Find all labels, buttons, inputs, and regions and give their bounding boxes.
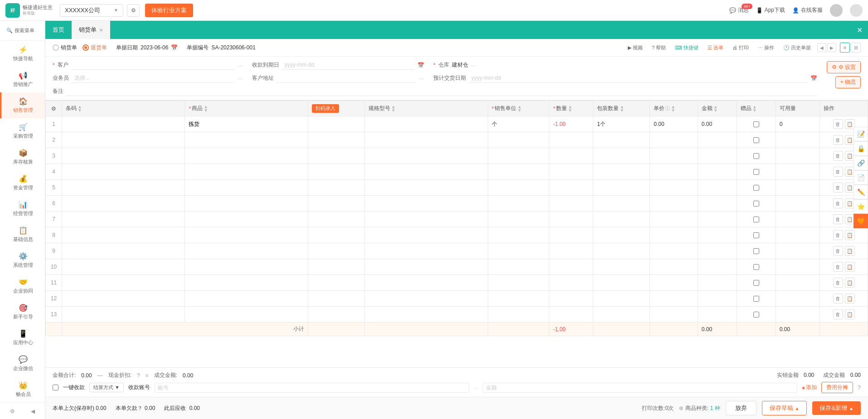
row-spec-cell[interactable] [365,307,488,323]
app-download-btn[interactable]: 📱 App下载 [756,6,785,14]
sidebar-settings-icon[interactable]: ⚙ [10,408,15,414]
row-qty-cell[interactable] [549,132,593,148]
row-barcode-cell[interactable] [62,212,185,227]
avatar[interactable] [830,4,843,17]
sidebar-item-newbie[interactable]: 🎯 新手引导 [0,299,45,325]
row-qty-cell[interactable] [549,307,593,323]
calendar-icon[interactable]: 📅 [171,44,178,51]
tab-close-icon[interactable]: ✕ [99,28,103,33]
sidebar-item-sales[interactable]: 🏠 销售管理 [0,92,45,118]
row-pkg-qty-cell[interactable] [593,196,650,212]
row-unit-price-cell[interactable] [650,243,698,259]
row-barcode-cell[interactable] [62,164,185,180]
row-qty-cell[interactable] [549,243,593,259]
row-amount-cell[interactable] [698,132,737,148]
row-unit-price-cell[interactable] [650,148,698,164]
search-menu-btn[interactable]: 🔍 搜索菜单 [4,24,41,37]
row-unit-price-cell[interactable] [650,291,698,307]
dots-account[interactable]: ··· [474,385,478,391]
row-amount-cell[interactable] [698,243,737,259]
row-delete-btn[interactable]: 🗑 [833,151,843,161]
row-unit-price-cell[interactable] [650,164,698,180]
customer-input[interactable] [71,60,235,70]
row-pkg-qty-cell[interactable] [593,307,650,323]
row-product-cell[interactable] [185,132,308,148]
row-barcode-cell[interactable] [62,259,185,275]
row-amount-cell[interactable] [698,227,737,243]
row-spec-cell[interactable] [365,227,488,243]
row-barcode-cell[interactable] [62,148,185,164]
row-unit-cell[interactable] [488,307,549,323]
row-gift-cell[interactable] [737,148,776,164]
sidebar-collapse-icon[interactable]: ◀ [31,408,35,414]
view-grid-btn[interactable]: ⊞ [851,43,861,53]
online-service-btn[interactable]: 👤 在线客服 [792,6,823,14]
row-pkg-qty-cell[interactable] [593,164,650,180]
settlement-method-select[interactable]: 结算方式 ▼ [89,383,124,392]
row-copy-btn[interactable]: 📋 [845,230,855,240]
sidebar-item-finance[interactable]: 💰 资金管理 [0,170,45,196]
row-product-cell[interactable] [185,307,308,323]
save-new-btn[interactable]: 保存&新增 ▲ [812,401,861,415]
row-qty-cell[interactable] [549,275,593,291]
row-product-cell[interactable] [185,196,308,212]
fee-split-btn[interactable]: 费用分摊 [821,382,853,393]
row-gift-cell[interactable] [737,227,776,243]
row-gift-cell[interactable] [737,291,776,307]
row-product-cell[interactable] [185,275,308,291]
row-qty-cell[interactable] [549,291,593,307]
row-spec-cell[interactable] [365,148,488,164]
nav-prev-btn[interactable]: ◀ [817,43,826,52]
row-product-cell[interactable] [185,243,308,259]
one-click-payment-checkbox[interactable] [53,385,58,390]
operation-btn[interactable]: ⋯ 操作 [755,43,777,53]
row-unit-price-cell[interactable]: 0.00 [650,116,698,132]
row-amount-cell[interactable] [698,148,737,164]
company-selector[interactable]: XXXXXX公司 ▼ [60,4,123,17]
row-qty-cell[interactable] [549,196,593,212]
row-delete-btn[interactable]: 🗑 [833,262,843,272]
row-product-cell[interactable] [185,212,308,227]
row-product-cell[interactable] [185,148,308,164]
table-settings-icon[interactable]: ⚙ [51,106,56,112]
row-qty-cell[interactable] [549,212,593,227]
float-orange-btn[interactable]: 🧡 [853,214,868,228]
logistics-btn[interactable]: + 物流 [835,76,861,88]
row-gift-cell[interactable] [737,212,776,227]
row-pkg-qty-cell[interactable] [593,180,650,196]
row-barcode-cell[interactable] [62,243,185,259]
row-amount-cell[interactable] [698,212,737,227]
row-qty-cell[interactable] [549,259,593,275]
row-unit-cell[interactable] [488,259,549,275]
row-copy-btn[interactable]: 📋 [845,278,855,288]
customer-dots-btn[interactable]: ··· [238,62,243,69]
row-delete-btn[interactable]: 🗑 [833,135,843,145]
row-unit-cell[interactable] [488,212,549,227]
row-pkg-qty-cell[interactable] [593,291,650,307]
row-pkg-qty-cell[interactable] [593,132,650,148]
row-unit-cell[interactable] [488,148,549,164]
close-all-btn[interactable]: ✕ [857,26,863,34]
owe-question-icon[interactable]: ? [139,406,141,411]
row-product-cell[interactable] [185,116,308,132]
salesperson-input[interactable] [72,73,235,83]
row-barcode-cell[interactable] [62,291,185,307]
sidebar-item-operation[interactable]: 📊 经营管理 [0,196,45,222]
save-draft-btn[interactable]: 保存草稿 ▲ [762,401,807,415]
row-spec-cell[interactable] [365,196,488,212]
row-pkg-qty-cell[interactable] [593,212,650,227]
row-gift-cell[interactable] [737,164,776,180]
row-gift-cell[interactable] [737,180,776,196]
row-copy-btn[interactable]: 📋 [845,262,855,272]
message-btn[interactable]: 💬 消息 99+ [729,6,749,14]
row-spec-cell[interactable] [365,275,488,291]
row-delete-btn[interactable]: 🗑 [833,278,843,288]
sidebar-item-inventory[interactable]: 📦 库存核算 [0,144,45,170]
float-lock-btn[interactable]: 🔒 [853,141,868,156]
row-amount-cell[interactable] [698,259,737,275]
row-gift-cell[interactable] [737,275,776,291]
row-pkg-qty-cell[interactable]: 1个 [593,116,650,132]
settings-button[interactable]: ⚙ [127,4,140,17]
quickkey-btn[interactable]: ⌨ 快捷键 [672,43,701,53]
payment-date-input[interactable] [282,60,415,70]
